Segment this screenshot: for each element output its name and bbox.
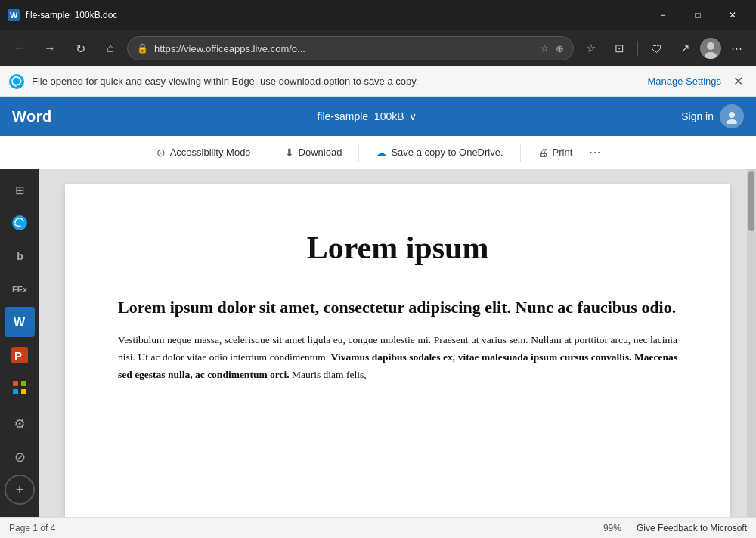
- svg-point-3: [707, 42, 714, 50]
- status-bar-right: 99% Give Feedback to Microsoft: [603, 523, 747, 533]
- toolbar-separator-3: [520, 144, 521, 162]
- main-layout: ⊞ b FEx W P: [0, 169, 756, 517]
- accessibility-mode-button[interactable]: ⊙ Accessibility Mode: [149, 142, 259, 163]
- toolbar: ⊙ Accessibility Mode ⬇ Download ☁ Save a…: [0, 136, 756, 169]
- sign-in-label: Sign in: [681, 110, 714, 122]
- url-text: https://view.officeapps.live.com/o...: [154, 43, 534, 54]
- favorites-button[interactable]: ☆: [577, 35, 604, 62]
- toolbar-separator-2: [358, 144, 359, 162]
- back-button[interactable]: ←: [6, 35, 33, 62]
- sidebar-item-bing[interactable]: b: [5, 241, 35, 271]
- document-page: Lorem ipsum Lorem ipsum dolor sit amet, …: [65, 184, 730, 517]
- file-name-chevron: ∨: [409, 110, 417, 122]
- edge-logo-icon: [9, 74, 24, 89]
- nav-right-icons: ☆ ⊡ 🛡 ↗ ⋯: [577, 35, 750, 62]
- scrollbar-track[interactable]: [747, 169, 756, 517]
- svg-text:P: P: [14, 349, 22, 362]
- accessibility-icon: ⊙: [156, 147, 166, 159]
- sidebar: ⊞ b FEx W P: [0, 169, 39, 517]
- toolbar-more-button[interactable]: ⋯: [583, 141, 607, 165]
- zoom-level: 99%: [603, 523, 621, 533]
- sidebar-item-fx[interactable]: FEx: [5, 274, 35, 305]
- word-tab-icon: W: [6, 8, 21, 23]
- sidebar-item-settings[interactable]: ⚙: [5, 409, 35, 439]
- scrollbar-thumb[interactable]: [748, 171, 754, 231]
- manage-settings-link[interactable]: Manage Settings: [647, 76, 721, 87]
- maximize-button[interactable]: □: [680, 3, 715, 27]
- profile-avatar[interactable]: [700, 38, 721, 59]
- download-label: Download: [299, 147, 342, 158]
- svg-rect-16: [21, 389, 26, 394]
- home-button[interactable]: ⌂: [97, 35, 124, 62]
- navigation-bar: ← → ↻ ⌂ 🔒 https://view.officeapps.live.c…: [0, 30, 756, 66]
- info-bar-message: File opened for quick and easy viewing w…: [32, 76, 640, 87]
- nav-divider: [637, 41, 638, 56]
- accessibility-label: Accessibility Mode: [170, 147, 251, 158]
- print-button[interactable]: 🖨 Print: [530, 142, 581, 163]
- window-controls: − □ ✕: [646, 3, 750, 27]
- sidebar-item-word[interactable]: W: [5, 307, 35, 337]
- sign-in-avatar: [720, 104, 744, 128]
- sidebar-item-apps[interactable]: [5, 373, 35, 404]
- word-logo-text: Word: [12, 108, 52, 125]
- sidebar-add-button[interactable]: +: [5, 475, 35, 505]
- sidebar-item-favorites[interactable]: ⊞: [5, 175, 35, 206]
- browser-essentials-button[interactable]: 🛡: [643, 35, 670, 62]
- sidebar-item-powerpoint[interactable]: P: [5, 340, 35, 370]
- feedback-link[interactable]: Give Feedback to Microsoft: [637, 523, 747, 533]
- onedrive-icon: ☁: [376, 147, 386, 159]
- document-paragraph-1: Vestibulum neque massa, scelerisque sit …: [118, 332, 677, 384]
- collections-button[interactable]: ⊡: [606, 35, 633, 62]
- more-button[interactable]: ⋯: [723, 35, 750, 62]
- svg-text:W: W: [14, 316, 26, 329]
- read-aloud-icon: ⊕: [556, 43, 564, 54]
- svg-point-7: [727, 119, 737, 124]
- svg-point-6: [729, 112, 735, 118]
- sidebar-item-history[interactable]: ⊘: [5, 442, 35, 472]
- paragraph-normal: Mauris diam felis,: [290, 369, 367, 380]
- save-onedrive-label: Save a copy to OneDrive.: [391, 147, 503, 158]
- document-area[interactable]: Lorem ipsum Lorem ipsum dolor sit amet, …: [39, 169, 756, 517]
- download-button[interactable]: ⬇ Download: [277, 142, 350, 163]
- lock-icon: 🔒: [137, 43, 148, 54]
- info-bar-close-button[interactable]: ✕: [729, 73, 747, 91]
- print-icon: 🖨: [538, 147, 548, 159]
- svg-rect-15: [13, 389, 18, 394]
- share-button[interactable]: ↗: [671, 35, 699, 62]
- svg-rect-14: [21, 381, 26, 386]
- file-name-button[interactable]: file-sample_100kB ∨: [317, 110, 416, 122]
- forward-button[interactable]: →: [36, 35, 64, 62]
- tab-title: file-sample_100kB.doc: [26, 10, 117, 20]
- toolbar-separator-1: [268, 144, 268, 162]
- sign-in-button[interactable]: Sign in: [681, 104, 744, 128]
- refresh-button[interactable]: ↻: [67, 35, 94, 62]
- save-onedrive-button[interactable]: ☁ Save a copy to OneDrive.: [368, 142, 510, 163]
- file-name-text: file-sample_100kB: [317, 110, 404, 122]
- title-bar-left: W file-sample_100kB.doc: [6, 8, 117, 23]
- document-heading: Lorem ipsum dolor sit amet, consectetur …: [118, 296, 677, 320]
- document-title: Lorem ipsum: [118, 230, 677, 266]
- print-label: Print: [553, 147, 573, 158]
- svg-text:W: W: [10, 11, 18, 20]
- title-bar: W file-sample_100kB.doc − □ ✕: [0, 0, 756, 30]
- favorites-star-icon: ☆: [540, 42, 550, 54]
- download-icon: ⬇: [285, 147, 294, 159]
- address-bar[interactable]: 🔒 https://view.officeapps.live.com/o... …: [127, 36, 574, 60]
- page-info: Page 1 of 4: [9, 523, 55, 533]
- close-button[interactable]: ✕: [715, 3, 750, 27]
- minimize-button[interactable]: −: [646, 3, 680, 27]
- sidebar-item-edge[interactable]: [5, 209, 35, 239]
- word-app-bar: Word file-sample_100kB ∨ Sign in: [0, 97, 756, 136]
- info-bar: File opened for quick and easy viewing w…: [0, 66, 756, 97]
- svg-rect-13: [13, 381, 18, 386]
- status-bar: Page 1 of 4 99% Give Feedback to Microso…: [0, 517, 756, 538]
